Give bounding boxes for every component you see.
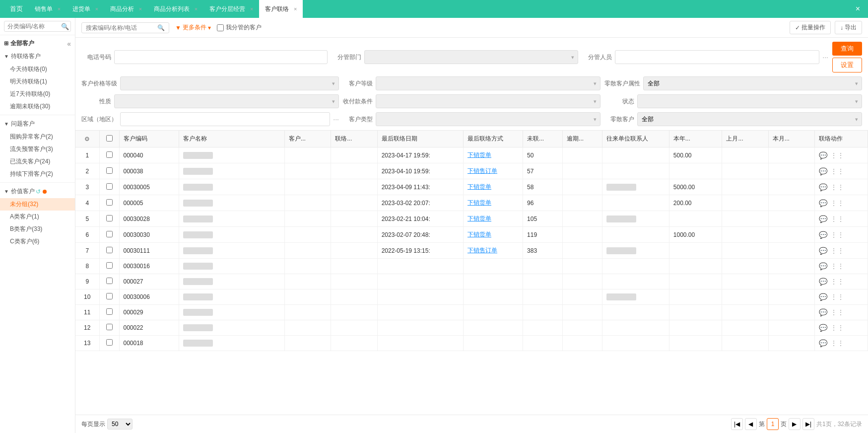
more-icon[interactable]: ⋮⋮ [830,231,844,239]
nav-tab-customer-contact[interactable]: 客户联络 × [259,0,303,18]
row-check[interactable] [99,227,119,243]
more-icon[interactable]: ⋮⋮ [830,339,844,347]
row-checkbox[interactable] [106,339,113,346]
refresh-icon[interactable]: ↺ [36,188,41,195]
row-check[interactable] [99,289,119,305]
area-dots[interactable]: ··· [333,115,339,123]
last-way-link[interactable]: 下销货单 [467,231,491,238]
chat-icon[interactable]: 💬 [819,199,827,207]
close-sales-tab[interactable]: × [58,6,61,12]
chat-icon[interactable]: 💬 [819,278,827,286]
more-icon[interactable]: ⋮⋮ [830,199,844,207]
sidebar-item-7days[interactable]: 近7天待联络(0) [0,88,75,100]
sidebar-item-unclassified[interactable]: 未分组(32) [0,198,75,211]
price-grade-select[interactable] [120,76,339,90]
group-header-problem[interactable]: ▼ 问题客户 [0,117,75,131]
row-last-way[interactable]: 下销货单 [464,147,523,163]
next-page-btn[interactable]: ▶ [789,418,801,430]
last-way-link[interactable]: 下销售订单 [467,167,497,174]
my-customers-filter[interactable]: 我分管的客户 [217,23,262,32]
col-check-all[interactable] [99,131,119,147]
row-check[interactable] [99,243,119,259]
chat-icon[interactable]: 💬 [819,167,827,175]
row-last-way[interactable]: 下销货单 [464,195,523,211]
more-icon[interactable]: ⋮⋮ [830,324,844,332]
property-select[interactable] [114,94,339,108]
more-icon[interactable]: ⋮⋮ [830,151,844,159]
batch-ops-button[interactable]: ✓ 批量操作 [790,21,831,34]
sidebar-item-churned[interactable]: 已流失客户(24) [0,155,75,168]
chat-icon[interactable]: 💬 [819,231,827,239]
cust-grade-select[interactable] [376,76,601,90]
chat-icon[interactable]: 💬 [819,339,827,347]
more-icon[interactable]: ⋮⋮ [830,262,844,270]
row-last-way[interactable]: 下销售订单 [464,163,523,179]
chat-icon[interactable]: 💬 [819,183,827,191]
all-customers-header[interactable]: ⊞ 全部客户 « [0,35,75,50]
last-page-btn[interactable]: ▶| [802,418,814,430]
area-input[interactable] [120,112,330,126]
cust-type-select[interactable] [376,112,601,126]
row-last-way[interactable]: 下销售订单 [464,243,523,259]
sidebar-item-class-c[interactable]: C类客户(6) [0,235,75,248]
row-check[interactable] [99,259,119,274]
nav-home[interactable]: 首页 [4,0,29,18]
sidebar-item-churn-warning[interactable]: 流失预警客户(3) [0,143,75,155]
first-page-btn[interactable]: |◀ [731,418,743,430]
last-way-link[interactable]: 下销售订单 [467,247,497,254]
sidebar-item-class-a[interactable]: A类客户(1) [0,211,75,223]
chat-icon[interactable]: 💬 [819,293,827,301]
last-way-link[interactable]: 下销货单 [467,199,491,206]
close-product-tab[interactable]: × [139,6,142,12]
more-icon[interactable]: ⋮⋮ [830,247,844,255]
more-icon[interactable]: ⋮⋮ [830,308,844,316]
row-last-way[interactable] [464,336,523,351]
dept-select[interactable] [364,50,578,64]
row-last-way[interactable]: 下销货单 [464,211,523,227]
row-check[interactable] [99,195,119,211]
sidebar-item-class-b[interactable]: B类客户(33) [0,223,75,235]
nav-tab-purchase[interactable]: 进货单 × [67,0,104,18]
row-checkbox[interactable] [106,308,113,315]
group-header-pending[interactable]: ▼ 待联络客户 [0,50,75,63]
sidebar-item-declining[interactable]: 持续下滑客户(2) [0,168,75,180]
row-check[interactable] [99,179,119,195]
chat-icon[interactable]: 💬 [819,151,827,159]
last-way-link[interactable]: 下销货单 [467,151,491,158]
check-all-checkbox[interactable] [106,135,113,142]
my-customers-checkbox[interactable] [217,24,224,31]
page-size-select[interactable]: 50 20 100 [107,419,133,430]
row-check[interactable] [99,211,119,227]
more-conditions-btn[interactable]: ▼ 更多条件 ▾ [175,23,211,32]
row-checkbox[interactable] [106,247,113,253]
close-purchase-tab[interactable]: × [95,6,98,12]
chat-icon[interactable]: 💬 [819,262,827,270]
prev-page-btn[interactable]: ◀ [745,418,757,430]
row-checkbox[interactable] [106,262,113,269]
sidebar-item-overdue[interactable]: 逾期未联络(30) [0,100,75,113]
row-checkbox[interactable] [106,278,113,284]
chat-icon[interactable]: 💬 [819,215,827,223]
last-way-link[interactable]: 下销货单 [467,183,491,190]
sidebar-collapse-btn[interactable]: « [67,40,71,48]
row-checkbox[interactable] [106,231,113,237]
col-settings[interactable]: ⚙ [75,131,99,147]
row-check[interactable] [99,305,119,320]
nav-tab-product-analysis[interactable]: 商品分析 × [104,0,148,18]
last-way-link[interactable]: 下销货单 [467,215,491,222]
row-check[interactable] [99,163,119,179]
row-last-way[interactable] [464,274,523,289]
row-checkbox[interactable] [106,199,113,206]
row-check[interactable] [99,336,119,351]
person-input[interactable] [615,50,820,64]
close-all-btn[interactable]: × [852,4,864,13]
row-check[interactable] [99,320,119,336]
sidebar-item-today[interactable]: 今天待联络(0) [0,63,75,75]
nav-tab-sales[interactable]: 销售单 × [29,0,67,18]
row-last-way[interactable]: 下销货单 [464,227,523,243]
sidebar-item-tomorrow[interactable]: 明天待联络(1) [0,75,75,88]
row-checkbox[interactable] [106,215,113,221]
row-last-way[interactable] [464,320,523,336]
row-last-way[interactable] [464,305,523,320]
settings-icon[interactable]: ⚙ [84,136,90,143]
